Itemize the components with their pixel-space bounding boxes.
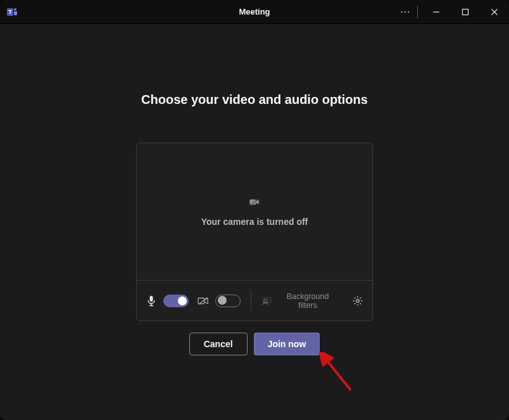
svg-rect-10 xyxy=(150,296,153,302)
maximize-button[interactable] xyxy=(451,0,480,24)
device-settings-button[interactable] xyxy=(352,295,363,307)
svg-text:T: T xyxy=(8,9,12,15)
cancel-button[interactable]: Cancel xyxy=(189,333,248,355)
svg-rect-4 xyxy=(463,9,468,15)
svg-point-2 xyxy=(14,8,16,11)
svg-line-28 xyxy=(360,297,361,298)
camera-off-icon xyxy=(249,196,260,208)
svg-line-26 xyxy=(360,303,361,304)
microphone-toggle[interactable] xyxy=(163,295,189,307)
window: T Meeting ⋯ Choose your video an xyxy=(0,0,509,420)
action-buttons: Cancel Join now xyxy=(189,333,320,355)
microphone-icon[interactable] xyxy=(146,295,157,307)
minimize-button[interactable] xyxy=(422,0,451,24)
toggle-knob xyxy=(218,296,227,305)
device-controls: Background filters xyxy=(137,280,372,321)
svg-line-14 xyxy=(199,297,208,304)
camera-preview: Your camera is turned off xyxy=(137,143,372,280)
camera-icon[interactable] xyxy=(198,295,209,307)
svg-line-25 xyxy=(355,297,356,298)
more-options-button[interactable]: ⋯ xyxy=(393,0,417,24)
background-filters-button[interactable]: Background filters xyxy=(261,292,346,310)
divider xyxy=(251,290,251,312)
svg-point-15 xyxy=(263,300,267,303)
page-title: Choose your video and audio options xyxy=(141,92,368,107)
divider xyxy=(417,6,418,18)
camera-toggle[interactable] xyxy=(215,295,241,307)
toggle-knob xyxy=(178,296,187,305)
svg-point-20 xyxy=(356,299,360,302)
camera-off-text: Your camera is turned off xyxy=(201,217,308,227)
close-button[interactable] xyxy=(480,0,509,24)
preview-card: Your camera is turned off xyxy=(136,143,373,321)
teams-app-icon: T xyxy=(6,6,19,18)
titlebar: T Meeting ⋯ xyxy=(0,0,509,24)
background-filters-icon xyxy=(261,295,273,307)
background-filters-label: Background filters xyxy=(279,292,336,310)
join-now-button[interactable]: Join now xyxy=(254,333,320,355)
content: Choose your video and audio options Your… xyxy=(0,24,509,420)
svg-line-27 xyxy=(355,303,356,304)
window-controls: ⋯ xyxy=(393,0,509,23)
